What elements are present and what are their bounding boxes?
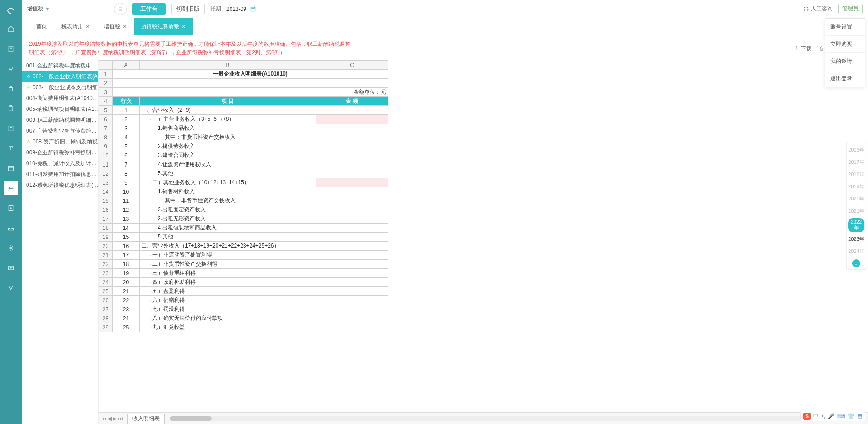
tab-close-icon[interactable]: ✕: [182, 24, 185, 29]
tree-item-4[interactable]: 005-纳税调整项目明细表(A1…: [22, 104, 98, 114]
period-value: 2023-09: [226, 6, 246, 12]
app-logo: [5, 4, 17, 16]
horizontal-scrollbar[interactable]: [170, 416, 862, 421]
rail-v-icon[interactable]: [4, 281, 18, 295]
user-menu-account[interactable]: 账号设置: [825, 19, 865, 36]
ime-logo-icon: S: [803, 413, 811, 420]
ime-skin-icon[interactable]: 👕: [848, 413, 854, 419]
tree-item-2[interactable]: ⚠003-一般企业成本支出明细…: [22, 82, 98, 93]
tab-close-icon[interactable]: ✕: [86, 24, 90, 29]
tree-item-11[interactable]: 012-减免所得税优惠明细表(…: [22, 180, 98, 191]
tab-close-icon[interactable]: ✕: [123, 24, 127, 29]
sheet-tab-bar: ⏮ ◀ ▶ ⏭ 收入明细表: [99, 412, 868, 424]
ime-punct-icon[interactable]: •,: [821, 413, 825, 419]
spreadsheet[interactable]: ABC1一般企业收入明细表(A101010)23金额单位：元4行次项 目金 额5…: [99, 60, 868, 412]
year-2020年[interactable]: 2020年: [847, 193, 866, 205]
year-2023年[interactable]: 2023年: [847, 233, 866, 245]
topbar: 增值税 ▾ 工作台 切到旧版 账期 2023-09 人工咨询 管理员: [22, 0, 868, 18]
tabs-bar: 首页税表清册✕增值税✕所得税汇算清缴✕: [22, 18, 868, 35]
year-rail: 2016年2017年2018年2019年2020年2021年2022年2023年…: [846, 142, 866, 270]
ime-grid-icon[interactable]: ▦: [857, 413, 862, 419]
warning-icon: ⚠: [26, 139, 31, 145]
tree-item-9[interactable]: 010-免税、减计收入及加计…: [22, 158, 98, 169]
rail-bag-icon[interactable]: [4, 81, 18, 96]
rail-gear-icon[interactable]: [4, 241, 18, 255]
warning-icon: ⚠: [26, 74, 31, 80]
user-menu: 账号设置 立即购买 我的邀请 退出登录: [825, 18, 865, 87]
year-2016年[interactable]: 2016年: [847, 144, 866, 156]
headset-icon: [803, 6, 809, 12]
tree-item-7[interactable]: ⚠008-资产折旧、摊销及纳税…: [22, 136, 98, 147]
sub-toolbar: 2019年度涉及取以前年度结转数据的申报表单元格需要手工维护正确，才能保证本年及…: [22, 35, 868, 60]
list-circle-icon[interactable]: [114, 3, 127, 15]
warning-notice: 2019年度涉及取以前年度结转数据的申报表单元格需要手工维护正确，才能保证本年及…: [29, 40, 354, 57]
rail-chart-icon[interactable]: [4, 62, 18, 76]
rail-text-icon[interactable]: [4, 141, 18, 156]
year-2022年[interactable]: 2022年: [848, 218, 864, 232]
tab-2[interactable]: 增值税✕: [97, 18, 134, 35]
rail-doc-icon[interactable]: [4, 42, 18, 56]
rail-inbox-icon[interactable]: [4, 221, 18, 235]
side-rail: [0, 0, 22, 424]
year-2021年[interactable]: 2021年: [847, 205, 866, 217]
rail-video-icon[interactable]: [4, 261, 18, 275]
period-picker[interactable]: 2023-09: [226, 6, 256, 12]
year-2019年[interactable]: 2019年: [847, 181, 866, 193]
tree-item-8[interactable]: 009-企业所得税弥补亏损明…: [22, 147, 98, 158]
form-tree: 001-企业所得税年度纳税申…⚠002-一般企业收入明细表(A1…⚠003-一般…: [22, 60, 99, 424]
ime-mic-icon[interactable]: 🎤: [828, 413, 835, 419]
svg-rect-3: [9, 126, 13, 131]
user-menu-buy[interactable]: 立即购买: [825, 36, 865, 53]
sheet-tab[interactable]: 收入明细表: [127, 414, 165, 424]
workbench-button[interactable]: 工作台: [132, 3, 166, 15]
tab-0[interactable]: 首页: [29, 18, 54, 35]
rail-clipboard-icon[interactable]: [4, 101, 18, 116]
ime-bar: S 中 •, 🎤 ⌨ 👕 ▦: [800, 411, 865, 421]
sheet-nav-last-icon[interactable]: ⏭: [118, 415, 123, 422]
year-2017年[interactable]: 2017年: [847, 156, 866, 168]
ime-keyboard-icon[interactable]: ⌨: [837, 413, 845, 419]
rail-tax-icon[interactable]: [4, 181, 18, 195]
user-menu-invite[interactable]: 我的邀请: [825, 53, 865, 70]
switch-old-button[interactable]: 切到旧版: [171, 4, 205, 14]
user-menu-logout[interactable]: 退出登录: [825, 70, 865, 87]
svg-rect-8: [251, 7, 255, 11]
consult-link[interactable]: 人工咨询: [803, 5, 833, 13]
sheet-nav-prev-icon[interactable]: ◀: [108, 415, 112, 422]
rail-home-icon[interactable]: [4, 22, 18, 36]
year-2024年[interactable]: 2024年: [847, 245, 866, 257]
admin-button[interactable]: 管理员: [838, 4, 863, 14]
rail-export-icon[interactable]: [4, 201, 18, 215]
rail-book-icon[interactable]: [4, 121, 18, 136]
warning-icon: ⚠: [26, 85, 31, 91]
chevron-down-icon: ▾: [46, 6, 49, 12]
rail-calendar-icon[interactable]: [4, 161, 18, 176]
tree-item-3[interactable]: 004-期间费用明细表(A1040…: [22, 93, 98, 104]
ime-lang[interactable]: 中: [813, 412, 819, 420]
svg-point-6: [10, 247, 12, 249]
tab-1[interactable]: 税表清册✕: [54, 18, 97, 35]
module-dropdown[interactable]: 增值税 ▾: [27, 5, 108, 13]
tree-item-1[interactable]: ⚠002-一般企业收入明细表(A1…: [22, 71, 98, 82]
tree-item-5[interactable]: 006-职工薪酬纳税调整明细…: [22, 114, 98, 125]
year-2018年[interactable]: 2018年: [847, 168, 866, 181]
sheet-nav-next-icon[interactable]: ▶: [113, 415, 117, 422]
svg-rect-4: [9, 166, 14, 171]
tree-item-6[interactable]: 007-广告费和业务宣传费跨…: [22, 125, 98, 136]
period-label: 账期: [210, 5, 221, 13]
tree-item-0[interactable]: 001-企业所得税年度纳税申…: [22, 60, 98, 71]
module-dropdown-label: 增值税: [27, 5, 43, 13]
tree-item-10[interactable]: 011-研发费用加计扣除优惠…: [22, 169, 98, 180]
tab-3[interactable]: 所得税汇算清缴✕: [134, 18, 193, 35]
calendar-icon: [250, 6, 256, 12]
year-more-icon[interactable]: ⌄: [852, 259, 860, 267]
sheet-nav-first-icon[interactable]: ⏮: [101, 415, 107, 422]
download-action[interactable]: ⇩ 下载: [794, 45, 811, 52]
